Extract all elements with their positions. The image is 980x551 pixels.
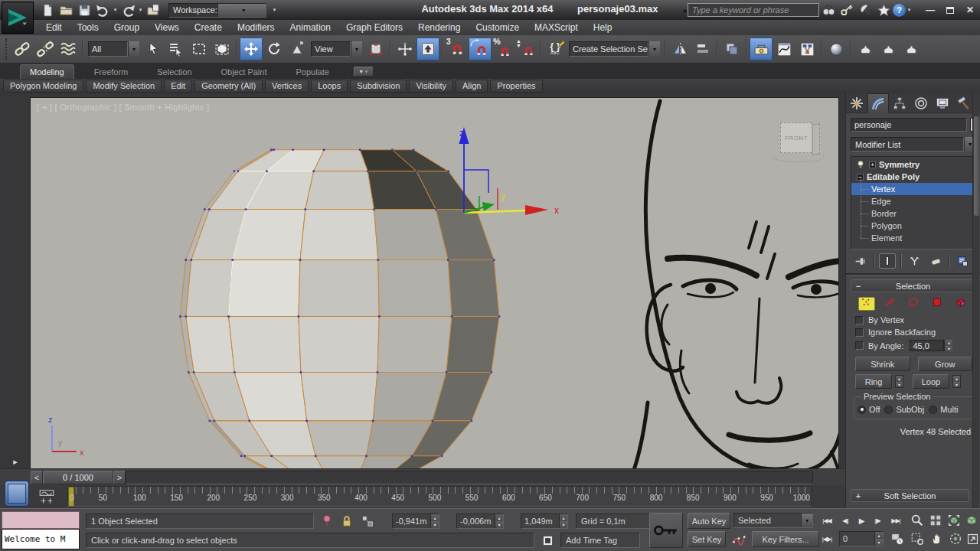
mesh-face[interactable] [301, 373, 377, 421]
maxscript-listener-pink[interactable] [2, 511, 80, 529]
mesh-vertex[interactable] [305, 208, 307, 210]
ribbon-panel-align[interactable]: Align [456, 80, 488, 93]
mesh-vertex[interactable] [447, 170, 449, 172]
mesh-face[interactable] [229, 260, 300, 317]
ribbon-panel-visibility[interactable]: Visibility [409, 80, 453, 93]
mesh-vertex[interactable] [292, 148, 294, 151]
help-button[interactable]: ? [893, 4, 906, 17]
select-and-rotate-button[interactable] [263, 37, 286, 60]
element-subobject-button[interactable] [953, 297, 970, 311]
mesh-vertex[interactable] [391, 148, 394, 151]
unlink-selection-button[interactable] [34, 37, 57, 60]
named-selection-set-caret-icon[interactable] [648, 41, 660, 57]
selection-filter-caret-icon[interactable] [128, 41, 139, 57]
ring-button[interactable]: Ring [855, 374, 892, 389]
menu-create[interactable]: Create [187, 21, 230, 34]
mesh-vertex[interactable] [447, 259, 449, 261]
add-time-tag-field[interactable]: Add Time Tag [560, 533, 640, 548]
mesh-vertex[interactable] [266, 170, 268, 172]
frame-spinner[interactable] [874, 532, 883, 546]
mesh-vertex[interactable] [204, 208, 206, 210]
transform-gizmo[interactable]: z x y [459, 127, 560, 216]
object-name-field[interactable] [851, 118, 967, 132]
tab-utilities[interactable] [953, 93, 975, 113]
mesh-vertex[interactable] [185, 315, 188, 318]
mesh-vertex[interactable] [441, 455, 443, 458]
tab-create[interactable] [846, 93, 867, 113]
menu-group[interactable]: Group [106, 21, 147, 34]
mesh-vertex[interactable] [305, 420, 308, 422]
show-end-result-button[interactable] [879, 253, 896, 269]
select-and-link-button[interactable] [11, 37, 34, 60]
menu-animation[interactable]: Animation [283, 21, 338, 34]
viewport-canvas[interactable]: z x y z x y [31, 98, 838, 468]
by-angle-row[interactable]: By Angle: 45,0 [846, 337, 980, 351]
mesh-vertex[interactable] [270, 148, 273, 151]
menu-help[interactable]: Help [586, 21, 620, 34]
absolute-offset-toggle-icon[interactable] [358, 514, 377, 529]
keyboard-shortcut-override-button[interactable] [416, 37, 439, 60]
mesh-vertex[interactable] [373, 208, 375, 210]
bind-to-spacewarp-button[interactable] [57, 37, 80, 60]
ribbon-panel-polygon-modeling[interactable]: Polygon Modeling [3, 80, 83, 93]
mesh-vertex[interactable] [234, 170, 236, 172]
sign-in-key-icon[interactable] [838, 2, 856, 18]
soft-selection-rollout-header[interactable]: + Soft Selection [851, 489, 969, 502]
mesh-vertex[interactable] [234, 371, 236, 373]
material-editor-button[interactable] [825, 37, 848, 60]
mesh-vertex[interactable] [377, 371, 379, 373]
menu-maxscript[interactable]: MAXScript [527, 21, 586, 34]
mesh-vertex[interactable] [298, 315, 300, 318]
viewcube[interactable]: FRONT [777, 121, 822, 161]
panel-scrollbar-thumb[interactable] [974, 116, 979, 216]
redo-button[interactable] [119, 2, 137, 18]
grow-button[interactable]: Grow [918, 357, 973, 371]
menu-views[interactable]: Views [147, 21, 187, 34]
ribbon-minimize-button[interactable] [354, 67, 374, 77]
loop-button[interactable]: Loop [913, 374, 949, 389]
render-setup-button[interactable] [854, 37, 877, 60]
mesh-vertex[interactable] [377, 259, 380, 261]
previous-frame-slider-button[interactable]: < [31, 471, 43, 484]
app-menu-button[interactable] [2, 2, 34, 34]
gizmo-x-arrow-icon[interactable] [525, 205, 548, 215]
mesh-vertex[interactable] [240, 455, 243, 458]
preview-off-radio[interactable] [858, 406, 866, 414]
key-mode-caret-icon[interactable] [801, 514, 812, 527]
go-to-start-button[interactable]: |◀◀ [818, 513, 836, 529]
mesh-face[interactable] [186, 260, 233, 317]
auto-key-button[interactable]: Auto Key [688, 513, 730, 529]
ribbon-panel-loops[interactable]: Loops [311, 80, 348, 93]
mesh-face[interactable] [305, 171, 374, 210]
mesh-face[interactable] [307, 421, 374, 456]
menu-tools[interactable]: Tools [70, 21, 106, 34]
workspace-dropdown[interactable]: Workspace: Default [168, 3, 266, 18]
angle-snap-toggle-button[interactable] [469, 37, 492, 60]
viewcube-side-face[interactable] [812, 123, 820, 155]
mesh-vertex[interactable] [367, 170, 369, 172]
mesh-vertex[interactable] [498, 315, 501, 318]
stack-subobject-element[interactable]: Element [851, 232, 975, 244]
named-selection-set-dropdown[interactable]: Create Selection Set [569, 41, 660, 57]
zoom-all-button[interactable] [926, 512, 944, 529]
stack-item-editable-poly[interactable]: − Editable Poly [851, 171, 975, 183]
mesh-face[interactable] [446, 317, 499, 373]
mesh-vertex[interactable] [271, 455, 273, 458]
new-scene-button[interactable] [38, 2, 57, 18]
x-coord-field[interactable]: -0,941m [392, 514, 439, 529]
mesh-vertex[interactable] [245, 208, 247, 210]
menu-rendering[interactable]: Rendering [410, 21, 468, 34]
vertex-subobject-button[interactable] [858, 297, 875, 311]
next-frame-slider-button[interactable]: > [113, 471, 126, 484]
percent-snap-toggle-button[interactable]: % [492, 37, 514, 60]
ribbon-toggle-button[interactable] [750, 37, 773, 60]
snaps-toggle-button[interactable]: 3 [446, 37, 469, 60]
restore-button[interactable] [940, 3, 960, 17]
reference-coordsys-dropdown[interactable]: View [311, 41, 362, 57]
mirror-button[interactable] [668, 37, 691, 60]
mesh-face[interactable] [299, 260, 379, 317]
y-spinner[interactable] [495, 514, 503, 528]
workspace-flyout-icon[interactable] [271, 7, 278, 13]
polygon-subobject-button[interactable] [929, 297, 946, 311]
mesh-vertex[interactable] [365, 455, 368, 458]
